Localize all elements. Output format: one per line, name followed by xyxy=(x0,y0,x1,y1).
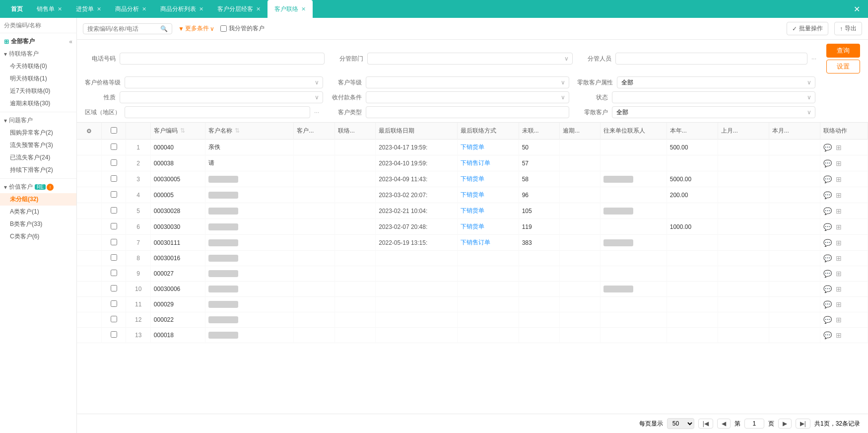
row-checkbox[interactable] xyxy=(111,270,117,276)
row-checkbox[interactable] xyxy=(111,239,117,245)
sidebar-all-customers[interactable]: ⊞ 全部客户 « xyxy=(0,33,76,48)
col-last-contact-date[interactable]: 最后联络日期 xyxy=(376,123,458,140)
filter-price-level-wrap[interactable]: ∨ xyxy=(125,76,323,88)
sidebar-search-bar[interactable]: 🔍 xyxy=(0,18,76,33)
cell-checkbox[interactable] xyxy=(101,251,126,266)
action-message-icon[interactable]: 💬 xyxy=(823,254,832,262)
sidebar-item-class-a[interactable]: A类客户(1) xyxy=(0,206,76,218)
search-box[interactable]: 🔍 xyxy=(83,23,172,34)
action-grid-icon[interactable]: ⊞ xyxy=(836,300,842,308)
sidebar-group-pending[interactable]: ▾ 待联络客户 xyxy=(0,48,76,60)
tab-customer-contact[interactable]: 客户联络 ✕ xyxy=(267,0,313,18)
contact-method-link[interactable]: 下销货单 xyxy=(461,175,484,182)
action-message-icon[interactable]: 💬 xyxy=(823,159,832,167)
tab-product-analysis-list-close[interactable]: ✕ xyxy=(199,6,203,12)
col-days-no-contact[interactable]: 未联... xyxy=(519,123,559,140)
filter-dept-select-wrap[interactable]: ∨ xyxy=(367,53,572,65)
select-all-checkbox[interactable] xyxy=(111,127,117,134)
my-customers-filter[interactable]: 我分管的客户 xyxy=(220,24,265,33)
sidebar-item-declining[interactable]: 持续下滑客户(2) xyxy=(0,164,76,176)
filter-scatter-attr-wrap[interactable]: 全部 ∨ xyxy=(617,76,815,88)
col-this-year[interactable]: 本年... xyxy=(667,123,718,140)
row-checkbox[interactable] xyxy=(111,316,117,322)
action-grid-icon[interactable]: ⊞ xyxy=(836,191,842,199)
settings-icon[interactable]: ⚙ xyxy=(86,128,92,135)
tab-purchase-close[interactable]: ✕ xyxy=(97,6,101,12)
tab-customer-contact-close[interactable]: ✕ xyxy=(301,6,306,12)
col-contact[interactable]: 联络... xyxy=(334,123,375,140)
col-last-month[interactable]: 上月... xyxy=(718,123,769,140)
col-customer-type[interactable]: 客户... xyxy=(294,123,334,140)
col-settings[interactable]: ⚙ xyxy=(77,123,101,140)
cell-checkbox[interactable] xyxy=(101,282,126,297)
action-message-icon[interactable]: 💬 xyxy=(823,316,832,324)
row-checkbox[interactable] xyxy=(111,331,117,338)
next-page-btn[interactable]: ▶ xyxy=(778,419,792,429)
filter-scatter-wrap[interactable]: 全部 ∨ xyxy=(612,106,815,118)
action-grid-icon[interactable]: ⊞ xyxy=(836,207,842,215)
contact-method-link[interactable]: 下销货单 xyxy=(461,223,484,230)
more-conditions-btn[interactable]: ▼ 更多条件 ∨ xyxy=(178,24,214,33)
tab-product-analysis-close[interactable]: ✕ xyxy=(142,6,146,12)
row-checkbox[interactable] xyxy=(111,254,117,261)
tab-sales[interactable]: 销售单 ✕ xyxy=(30,0,69,18)
contact-method-link[interactable]: 下销售订单 xyxy=(461,159,490,166)
action-message-icon[interactable]: 💬 xyxy=(823,285,832,293)
sidebar-item-overdue-pending[interactable]: 逾期未联络(30) xyxy=(0,97,76,110)
action-grid-icon[interactable]: ⊞ xyxy=(836,285,842,293)
row-checkbox[interactable] xyxy=(111,285,117,291)
col-this-month[interactable]: 本月... xyxy=(769,123,820,140)
action-grid-icon[interactable]: ⊞ xyxy=(836,175,842,183)
sidebar-item-class-c[interactable]: C类客户(6) xyxy=(0,230,76,243)
col-name[interactable]: 客户名称 ⇅ xyxy=(205,123,294,140)
row-checkbox[interactable] xyxy=(111,207,117,214)
filter-status-select[interactable] xyxy=(612,91,815,103)
row-checkbox[interactable] xyxy=(111,175,117,182)
tab-customer-segment[interactable]: 客户分层经客 ✕ xyxy=(210,0,267,18)
action-message-icon[interactable]: 💬 xyxy=(823,239,832,247)
page-num-input[interactable] xyxy=(744,419,764,429)
tab-sales-close[interactable]: ✕ xyxy=(58,6,62,12)
col-checkbox[interactable] xyxy=(101,123,126,140)
last-page-btn[interactable]: ▶| xyxy=(796,419,810,429)
action-message-icon[interactable]: 💬 xyxy=(823,331,832,339)
region-dots-icon[interactable]: ··· xyxy=(310,109,323,116)
filter-scatter-select[interactable]: 全部 xyxy=(612,106,815,118)
cell-checkbox[interactable] xyxy=(101,312,126,328)
tab-purchase[interactable]: 进货单 ✕ xyxy=(69,0,108,18)
contact-method-link[interactable]: 下销货单 xyxy=(461,144,484,150)
tab-home[interactable]: 首页 xyxy=(4,0,30,18)
action-grid-icon[interactable]: ⊞ xyxy=(836,316,842,324)
row-checkbox[interactable] xyxy=(111,159,117,166)
cell-checkbox[interactable] xyxy=(101,297,126,312)
sidebar-item-tomorrow-pending[interactable]: 明天待联络(1) xyxy=(0,72,76,85)
filter-nature-select[interactable] xyxy=(120,91,323,103)
query-button[interactable]: 查询 xyxy=(826,44,860,58)
my-customers-checkbox[interactable] xyxy=(220,25,227,32)
sidebar-item-churned[interactable]: 已流失客户(24) xyxy=(0,151,76,164)
sidebar-collapse-btn[interactable]: « xyxy=(69,38,72,45)
sidebar-item-abnormal[interactable]: 囤购异常客户(2) xyxy=(0,127,76,139)
sidebar-item-today-pending[interactable]: 今天待联络(0) xyxy=(0,60,76,72)
filter-price-level-select[interactable] xyxy=(125,76,323,88)
filter-nature-wrap[interactable]: ∨ xyxy=(120,91,323,103)
row-checkbox[interactable] xyxy=(111,144,117,150)
tab-product-analysis-list[interactable]: 商品分析列表 ✕ xyxy=(153,0,210,18)
filter-dept-select[interactable] xyxy=(367,53,572,65)
action-message-icon[interactable]: 💬 xyxy=(823,270,832,278)
cell-checkbox[interactable] xyxy=(101,266,126,282)
filter-manager-input[interactable] xyxy=(615,53,807,65)
batch-operations-btn[interactable]: ✓ 批量操作 xyxy=(787,22,828,35)
filter-scatter-attr-select[interactable]: 全部 xyxy=(617,76,815,88)
main-search-input[interactable] xyxy=(87,25,158,32)
contact-method-link[interactable]: 下销货单 xyxy=(461,191,484,198)
cell-checkbox[interactable] xyxy=(101,140,126,155)
col-contacts[interactable]: 往来单位联系人 xyxy=(601,123,667,140)
action-grid-icon[interactable]: ⊞ xyxy=(836,239,842,247)
filter-payment-wrap[interactable]: ∨ xyxy=(366,91,569,103)
action-grid-icon[interactable]: ⊞ xyxy=(836,144,842,151)
action-grid-icon[interactable]: ⊞ xyxy=(836,254,842,262)
sidebar-item-churn-warning[interactable]: 流失预警客户(3) xyxy=(0,139,76,151)
row-checkbox[interactable] xyxy=(111,300,117,307)
filter-customer-type-input[interactable] xyxy=(366,106,569,118)
